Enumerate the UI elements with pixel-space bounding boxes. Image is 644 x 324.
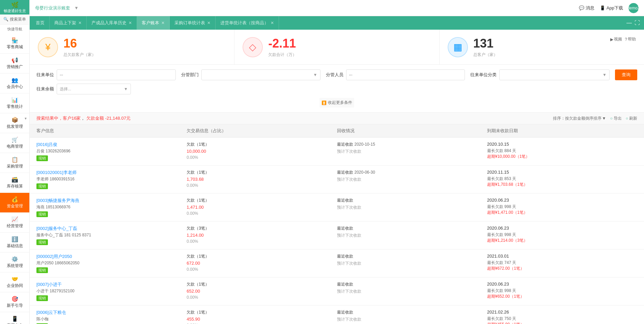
video-btn[interactable]: ▶ 视频	[610, 36, 622, 42]
customer-tag: 现销	[36, 155, 48, 161]
debt-amount: 1,703.68	[187, 177, 337, 182]
debt-info-cell: 欠款（1笔） 672.00 0.00%	[187, 254, 337, 272]
debt-ratio: 0.00%	[187, 239, 337, 244]
sidebar-item-finance[interactable]: 💰 资金管理	[0, 193, 29, 213]
sidebar-item-retail-mall[interactable]: 🏪 零售商城	[0, 34, 29, 54]
category-filter-select[interactable]: ▼	[499, 69, 610, 80]
retail-mall-icon: 🏪	[1, 37, 28, 43]
customer-phone: 李老师 18600391516	[36, 176, 187, 182]
due-date-cell: 2021.03.01 最长欠款 747 天 超期¥672.00（1笔）	[487, 254, 637, 271]
tab-home[interactable]: 首页	[31, 16, 50, 30]
help-btn[interactable]: ? 帮助	[625, 36, 636, 42]
customer-name-link[interactable]: [0007]小进干	[36, 282, 62, 287]
customer-name-link[interactable]: [0006]云下粮仓	[36, 310, 66, 315]
collapse-btn[interactable]: ⏫ 收起更多条件	[319, 98, 354, 108]
customer-tag: 现销	[36, 211, 48, 217]
search-button[interactable]: 查询	[615, 69, 637, 80]
dept-filter-label: 分管部门	[181, 72, 199, 78]
stats-section: ¥ 16 总欠款客户（家） ◇ -2.11 欠款合计（万） ▦ 131 总	[30, 30, 644, 65]
overdue-link[interactable]: 超期¥10,000.00（1笔）	[487, 154, 637, 159]
overdue-link[interactable]: 超期¥652.00（1笔）	[487, 294, 637, 299]
dept-filter-select[interactable]: ▼	[201, 69, 320, 80]
export-button[interactable]: ○ 导出	[610, 116, 622, 121]
debt-count: 欠款（1笔）	[187, 254, 337, 259]
stat-info-debt: -2.11 欠款合计（万）	[268, 36, 297, 58]
sidebar-item-purchase[interactable]: 📋 采购管理	[0, 153, 29, 173]
tab-close-icon[interactable]: ✕	[161, 21, 165, 25]
tab-production-history[interactable]: 产成品入库单历史 ✕	[87, 16, 137, 30]
sidebar-item-collab[interactable]: 🤝 企业协同	[0, 272, 29, 292]
overdue-link[interactable]: 超期¥672.00（1笔）	[487, 266, 637, 271]
overdue-link[interactable]: 超期¥1,471.00（1笔）	[487, 210, 637, 215]
dropdown-arrow-icon[interactable]: ▼	[74, 5, 79, 10]
stat-info-customers: 131 总客户（家）	[473, 36, 498, 58]
tab-customer-ledger[interactable]: 客户账本 ✕	[137, 16, 170, 30]
stat-number-customers: 131	[473, 36, 498, 51]
app-download-btn[interactable]: 📱 App下载	[600, 5, 623, 11]
overdue-link[interactable]: 超期¥1,703.68（1笔）	[487, 182, 637, 187]
dept-dropdown-icon: ▼	[313, 72, 317, 77]
overdue-link[interactable]: 超期¥455.90（1笔）	[487, 322, 637, 324]
customer-name-link[interactable]: [0016]吕俊	[36, 142, 57, 147]
balance-filter-select[interactable]: 选择... ▼	[57, 84, 131, 94]
sidebar-item-appstore[interactable]: 📱 应用中心	[0, 312, 29, 324]
stat-icon-debtors: ¥	[38, 37, 58, 57]
debt-count: 欠款（1笔）	[187, 198, 337, 203]
sidebar-item-retail-stats[interactable]: 📊 零售统计	[0, 93, 29, 113]
sort-icon: ▼	[602, 116, 606, 121]
tab-purchase-by-product[interactable]: 进货单统计表（按商品） ✕	[216, 16, 279, 30]
sidebar-item-ecommerce[interactable]: 🛒 电商管理	[0, 133, 29, 153]
due-date: 2020.11.15	[487, 170, 637, 175]
due-date: 2021.03.01	[487, 254, 637, 259]
sidebar-item-guide[interactable]: 🎯 新手引导	[0, 292, 29, 312]
collect-info-cell: 最近收款 预计下次收款	[337, 198, 487, 210]
sidebar-item-member[interactable]: 👥 会员中心	[0, 73, 29, 93]
tab-close-icon[interactable]: ✕	[129, 21, 132, 25]
filter-balance: 往来余额 选择... ▼	[36, 84, 131, 94]
tab-close-icon[interactable]: ✕	[207, 21, 211, 25]
member-icon: 👥	[1, 77, 28, 83]
max-days: 最长欠款 884 天	[487, 148, 637, 154]
sidebar-item-system[interactable]: ⚙️ 系统管理	[0, 253, 29, 272]
tab-purchase-stats[interactable]: 采购订单统计表 ✕	[170, 16, 216, 30]
stat-label-debtors: 总欠款客户（家）	[63, 52, 96, 58]
sidebar-item-operations[interactable]: 📈 经营管理	[0, 213, 29, 233]
tab-product-listing[interactable]: 商品上下架 ✕	[50, 16, 87, 30]
search-icon: 🔍	[3, 17, 8, 22]
customer-filter-input[interactable]: ···	[57, 69, 176, 80]
sort-button[interactable]: 排序：按欠款金额倒序排序 ▼	[553, 116, 606, 121]
refresh-button[interactable]: ○ 刷新	[626, 116, 637, 121]
sidebar-item-basic-info[interactable]: ℹ️ 基础信息	[0, 233, 29, 253]
customer-name-link[interactable]: [000002]用户2050	[36, 254, 72, 259]
due-date: 2020.06.23	[487, 282, 637, 287]
customer-name-link[interactable]: [0003]畅捷服务尹海燕	[36, 198, 79, 203]
filter-row-2: 往来余额 选择... ▼	[36, 84, 637, 94]
system-icon: ⚙️	[1, 256, 28, 262]
quick-nav[interactable]: 快捷导航	[0, 25, 29, 34]
tab-close-icon[interactable]: ✕	[78, 21, 82, 25]
help-icon: ?	[625, 37, 627, 42]
message-btn[interactable]: 💬 消息	[579, 5, 594, 11]
maximize-icon[interactable]: ⛶	[635, 20, 640, 26]
minimize-icon[interactable]: —	[626, 20, 632, 26]
last-collect: 最近收款2020-10-15	[337, 142, 487, 147]
manager-filter-input[interactable]: ···	[346, 69, 465, 80]
table-row: [0003]畅捷服务尹海燕 海燕 18513066976 现销 欠款（1笔） 1…	[30, 194, 644, 222]
sidebar-item-marketing[interactable]: 📢 营销推广	[0, 54, 29, 73]
debt-info-cell: 欠款（1笔） 652.00 0.00%	[187, 282, 337, 300]
manager-filter-label: 分管人员	[326, 72, 343, 78]
customer-name-link[interactable]: [0002]服务中心_丁磊	[36, 226, 77, 231]
due-date-cell: 2020.11.15 最长欠款 853 天 超期¥1,703.68（1笔）	[487, 170, 637, 187]
stat-card-total-debt: ◇ -2.11 欠款合计（万）	[234, 30, 439, 64]
menu-search[interactable]: 🔍 搜索菜单	[0, 14, 29, 25]
sidebar-item-inventory[interactable]: 🗃️ 库存核算	[0, 173, 29, 193]
debt-info-cell: 欠款（1笔） 1,471.00 0.00%	[187, 198, 337, 216]
user-avatar[interactable]: demo2	[628, 3, 639, 13]
customer-info-cell: [0002]服务中心_丁磊 服务中心_丁磊 181 0125 8371 现销	[36, 226, 187, 245]
overdue-link[interactable]: 超期¥1,214.00（3笔）	[487, 238, 637, 243]
finance-icon: 💰	[1, 196, 28, 203]
customer-name-link[interactable]: [0001020001]李老师	[36, 170, 77, 175]
sidebar-item-wholesale[interactable]: 📦 批发管理 ▼	[0, 113, 29, 133]
marketing-icon: 📢	[1, 57, 28, 63]
tab-close-icon[interactable]: ✕	[271, 21, 274, 25]
